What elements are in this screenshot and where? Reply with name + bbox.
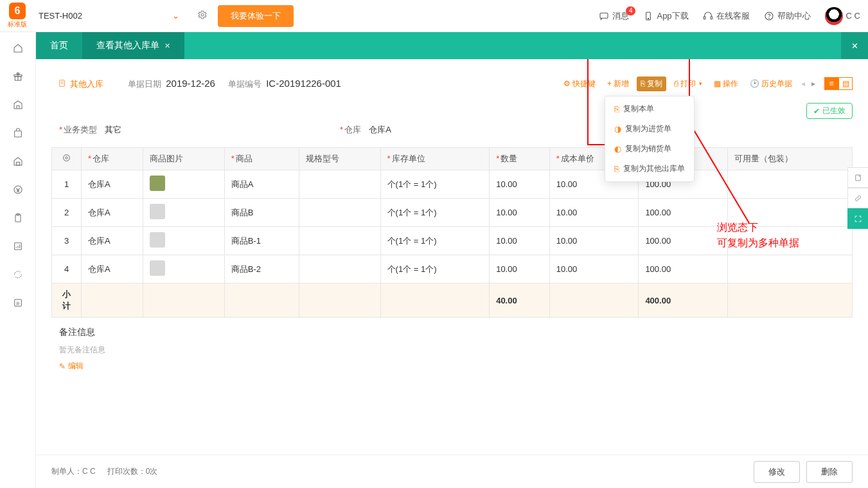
trial-button[interactable]: 我要体验一下: [218, 5, 294, 27]
check-icon: ✔: [813, 107, 820, 116]
print-button[interactable]: ⎙打印▾: [670, 77, 706, 91]
nav-prev-icon[interactable]: ◂: [800, 79, 806, 88]
row-product: 商品A: [224, 170, 299, 199]
nav-inventory-icon[interactable]: [11, 98, 25, 112]
copy-as-other-out[interactable]: ⎘复制为其他出库单: [605, 159, 694, 179]
shortcut-button[interactable]: ⚙快捷键: [560, 77, 599, 91]
tabs-bar: 首页 查看其他入库单 ✕ ✕: [36, 32, 868, 59]
nav-gift-icon[interactable]: [11, 69, 25, 84]
row-qty: 10.00: [490, 227, 550, 255]
svg-point-3: [648, 18, 649, 19]
subtotal-row: 小计40.00400.00: [52, 284, 853, 318]
logo[interactable]: 6 标准版: [8, 3, 27, 29]
creator-value: C C: [82, 467, 96, 476]
row-spec: [299, 255, 380, 284]
row-qty: 10.00: [490, 170, 550, 199]
rail-link-icon[interactable]: [847, 188, 868, 208]
nav-bag-icon[interactable]: [11, 126, 25, 140]
document-type-tab[interactable]: 其他入库: [51, 73, 110, 94]
svg-point-7: [768, 18, 769, 19]
username: C C: [846, 11, 860, 21]
inbound-icon: ◑: [614, 124, 621, 134]
row-index: 2: [52, 199, 82, 227]
rail-note-icon[interactable]: [847, 167, 868, 188]
history-icon: 🕑: [750, 79, 759, 88]
chevron-down-icon: ▾: [699, 80, 702, 87]
avatar: [825, 7, 843, 25]
close-icon[interactable]: ✕: [164, 42, 170, 50]
date-value: 2019-12-26: [166, 78, 215, 89]
sidebar: 新: [0, 32, 36, 488]
edit-icon: ✎: [59, 362, 66, 371]
table-row[interactable]: 1仓库A商品A个(1个 = 1个)10.0010.00100.00: [52, 170, 853, 199]
help-center-link[interactable]: 帮助中心: [764, 10, 811, 22]
subtotal-label: 小计: [52, 284, 82, 318]
svg-point-0: [201, 14, 204, 16]
nav-new-icon[interactable]: 新: [11, 296, 25, 310]
col-settings[interactable]: [52, 148, 82, 170]
history-button[interactable]: 🕑历史单据: [746, 77, 796, 91]
customer-service-label: 在线客服: [716, 10, 750, 22]
operations-button[interactable]: ▦操作: [710, 77, 742, 91]
row-product: 商品B-2: [224, 255, 299, 284]
user-menu[interactable]: C C: [825, 7, 860, 25]
document-meta: 单据日期 2019-12-26 单据编号 IC-20191226-001: [128, 78, 341, 90]
row-amount: 100.00: [639, 227, 728, 255]
topbar-right: 消息 4 App下载 在线客服 帮助中心 C C: [599, 7, 860, 25]
copy-this-doc[interactable]: ⎘复制本单: [605, 99, 694, 119]
col-product: *商品: [224, 148, 299, 170]
copy-dropdown: ⎘复制本单 ◑复制为进货单 ◐复制为销货单 ⎘复制为其他出库单: [605, 96, 695, 182]
app-download-link[interactable]: App下载: [643, 10, 688, 22]
document-tab-label: 其他入库: [70, 78, 103, 90]
messages-link[interactable]: 消息 4: [599, 10, 629, 22]
nav-sync-icon[interactable]: [11, 267, 25, 282]
product-thumb: [150, 176, 165, 191]
right-rail: [847, 167, 868, 229]
modify-button[interactable]: 修改: [754, 461, 800, 483]
row-unit: 个(1个 = 1个): [380, 199, 490, 227]
nav-money-icon[interactable]: [11, 183, 25, 197]
product-thumb: [150, 204, 165, 219]
svg-rect-11: [16, 162, 19, 165]
copy-button[interactable]: ⎘复制: [637, 77, 666, 91]
subtotal-amount: 400.00: [639, 284, 728, 318]
status-text: 已生效: [822, 105, 846, 116]
table-row[interactable]: 4仓库A商品B-2个(1个 = 1个)10.0010.00100.00: [52, 255, 853, 284]
logo-subtext: 标准版: [8, 20, 27, 29]
view-list-button[interactable]: ≡: [824, 77, 838, 90]
row-price: 10.00: [549, 227, 639, 255]
workspace-selector[interactable]: TEST-H002 ⌄: [39, 11, 179, 21]
chevron-down-icon: ⌄: [172, 11, 179, 21]
date-label: 单据日期: [128, 79, 161, 89]
col-unit: *库存单位: [380, 148, 490, 170]
settings-icon[interactable]: [197, 10, 208, 22]
biz-type-value: 其它: [105, 124, 121, 136]
svg-text:新: 新: [16, 301, 20, 305]
rail-expand-icon[interactable]: [847, 208, 868, 229]
status-badge: ✔ 已生效: [806, 103, 853, 119]
svg-point-19: [66, 157, 67, 159]
row-image: [143, 199, 224, 227]
nav-home-icon[interactable]: [11, 41, 25, 55]
close-all-tabs[interactable]: ✕: [841, 32, 868, 59]
remarks-heading: 备注信息: [59, 327, 845, 338]
delete-button[interactable]: 删除: [806, 461, 853, 483]
doc-no-value: IC-20191226-001: [266, 78, 341, 89]
copy-as-sales[interactable]: ◐复制为销货单: [605, 139, 694, 159]
edit-remarks-link[interactable]: ✎ 编辑: [59, 361, 845, 372]
tab-view-other-inbound[interactable]: 查看其他入库单 ✕: [82, 32, 184, 59]
nav-report-icon[interactable]: [11, 239, 25, 253]
tab-home[interactable]: 首页: [36, 32, 82, 59]
copy-as-purchase[interactable]: ◑复制为进货单: [605, 119, 694, 139]
doc-out-icon: ⎘: [614, 164, 619, 174]
customer-service-link[interactable]: 在线客服: [703, 10, 750, 22]
nav-warehouse-icon[interactable]: [11, 154, 25, 168]
plus-icon: +: [607, 79, 612, 88]
row-image: [143, 255, 224, 284]
help-center-label: 帮助中心: [777, 10, 811, 22]
view-grid-button[interactable]: ▤: [838, 77, 853, 90]
nav-clipboard-icon[interactable]: [11, 211, 25, 225]
nav-next-icon[interactable]: ▸: [810, 79, 817, 88]
row-product: 商品B: [224, 199, 299, 227]
add-button[interactable]: +新增: [603, 77, 633, 91]
